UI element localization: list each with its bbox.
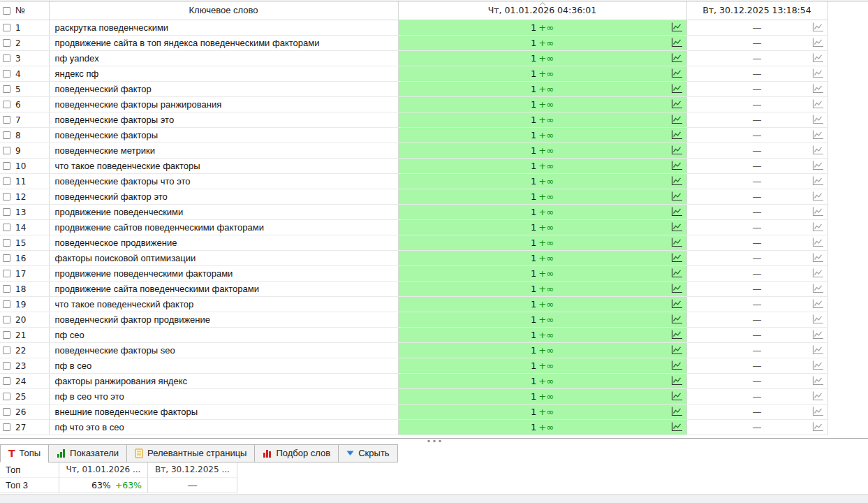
chart-line-icon[interactable] xyxy=(671,238,683,247)
position-cell-current[interactable]: 1+∞ xyxy=(398,143,686,158)
chart-line-icon[interactable] xyxy=(671,22,683,32)
summary-date-previous[interactable]: Вт, 30.12.2025 ... xyxy=(148,462,237,478)
keyword-cell[interactable]: поведенческие факторы что это xyxy=(49,173,398,189)
position-cell-current[interactable]: 1+∞ xyxy=(398,204,686,219)
chart-line-icon[interactable] xyxy=(812,422,824,432)
chart-line-icon[interactable] xyxy=(812,222,824,232)
row-checkbox[interactable] xyxy=(3,101,10,108)
position-cell-previous[interactable]: — xyxy=(686,50,827,66)
tab-word-selection[interactable]: Подбор слов xyxy=(254,444,338,462)
keyword-cell[interactable]: внешние поведенческие факторы xyxy=(49,404,398,419)
row-checkbox[interactable] xyxy=(3,377,10,385)
row-checkbox[interactable] xyxy=(3,70,10,78)
keyword-cell[interactable]: продвижение сайта в топ яндекса поведенч… xyxy=(49,35,398,50)
row-checkbox[interactable] xyxy=(3,147,10,154)
row-checkbox[interactable] xyxy=(3,177,10,185)
chart-line-icon[interactable] xyxy=(671,176,683,186)
position-cell-current[interactable]: 1+∞ xyxy=(398,173,686,189)
position-cell-current[interactable]: 1+∞ xyxy=(398,96,686,112)
position-cell-current[interactable]: 1+∞ xyxy=(398,296,686,312)
position-cell-previous[interactable]: — xyxy=(686,66,827,81)
position-cell-previous[interactable]: — xyxy=(686,250,827,265)
position-cell-current[interactable]: 1+∞ xyxy=(398,327,686,342)
chart-line-icon[interactable] xyxy=(812,84,824,94)
position-cell-current[interactable]: 1+∞ xyxy=(398,112,686,127)
position-cell-previous[interactable]: — xyxy=(686,235,827,250)
position-cell-current[interactable]: 1+∞ xyxy=(398,388,686,404)
chart-line-icon[interactable] xyxy=(812,176,824,186)
keyword-cell[interactable]: продвижение сайтов поведенческими фактор… xyxy=(49,219,398,235)
chart-line-icon[interactable] xyxy=(812,345,824,355)
keyword-cell[interactable]: поведенческий фактор xyxy=(49,81,398,96)
position-cell-previous[interactable]: — xyxy=(686,358,827,373)
position-cell-previous[interactable]: — xyxy=(686,296,827,312)
row-checkbox[interactable] xyxy=(3,131,10,139)
position-cell-previous[interactable]: — xyxy=(686,219,827,235)
chart-line-icon[interactable] xyxy=(671,84,683,94)
header-date-current-column[interactable]: Чт, 01.01.2026 04:36:01 xyxy=(398,1,686,20)
keyword-cell[interactable]: пф в сео xyxy=(49,358,398,373)
row-checkbox[interactable] xyxy=(3,285,10,293)
keyword-cell[interactable]: поведенческий фактор продвижение xyxy=(49,312,398,327)
chart-line-icon[interactable] xyxy=(812,130,824,140)
position-cell-current[interactable]: 1+∞ xyxy=(398,20,686,35)
position-cell-previous[interactable]: — xyxy=(686,388,827,404)
position-cell-previous[interactable]: — xyxy=(686,404,827,419)
keyword-cell[interactable]: факторы поисковой оптимизации xyxy=(49,250,398,265)
position-cell-current[interactable]: 1+∞ xyxy=(398,358,686,373)
chart-line-icon[interactable] xyxy=(812,145,824,155)
keyword-cell[interactable]: факторы ранжирования яндекс xyxy=(49,373,398,388)
chart-line-icon[interactable] xyxy=(671,268,683,278)
chart-line-icon[interactable] xyxy=(812,391,824,401)
row-checkbox[interactable] xyxy=(3,24,10,31)
chart-line-icon[interactable] xyxy=(671,38,683,48)
position-cell-previous[interactable]: — xyxy=(686,173,827,189)
chart-line-icon[interactable] xyxy=(671,314,683,324)
position-cell-current[interactable]: 1+∞ xyxy=(398,373,686,388)
chart-line-icon[interactable] xyxy=(671,99,683,109)
keyword-cell[interactable]: пф что это в сео xyxy=(49,419,398,435)
row-checkbox[interactable] xyxy=(3,316,10,323)
row-checkbox[interactable] xyxy=(3,193,10,201)
chart-line-icon[interactable] xyxy=(812,68,824,78)
position-cell-previous[interactable]: — xyxy=(686,143,827,158)
select-all-checkbox[interactable] xyxy=(3,7,10,15)
position-cell-previous[interactable]: — xyxy=(686,312,827,327)
position-cell-previous[interactable]: — xyxy=(686,419,827,435)
tab-tops[interactable]: T Топы xyxy=(0,444,48,462)
keyword-cell[interactable]: пф сео xyxy=(49,327,398,342)
position-cell-current[interactable]: 1+∞ xyxy=(398,50,686,66)
keyword-cell[interactable]: поведенческие факторы ранжирования xyxy=(49,96,398,112)
chart-line-icon[interactable] xyxy=(812,53,824,63)
chart-line-icon[interactable] xyxy=(671,191,683,201)
position-cell-current[interactable]: 1+∞ xyxy=(398,158,686,173)
chart-line-icon[interactable] xyxy=(812,38,824,48)
position-cell-current[interactable]: 1+∞ xyxy=(398,66,686,81)
position-cell-current[interactable]: 1+∞ xyxy=(398,250,686,265)
chart-line-icon[interactable] xyxy=(812,99,824,109)
keyword-cell[interactable]: поведенческие факторы seo xyxy=(49,342,398,358)
chart-line-icon[interactable] xyxy=(812,115,824,124)
chart-line-icon[interactable] xyxy=(812,314,824,324)
keyword-cell[interactable]: поведенческие факторы xyxy=(49,127,398,143)
tab-relevant-pages[interactable]: Релевантные страницы xyxy=(126,444,254,462)
position-cell-previous[interactable]: — xyxy=(686,127,827,143)
keyword-cell[interactable]: поведенческие факторы это xyxy=(49,112,398,127)
chart-line-icon[interactable] xyxy=(671,130,683,140)
chart-line-icon[interactable] xyxy=(812,161,824,170)
chart-line-icon[interactable] xyxy=(812,253,824,263)
chart-line-icon[interactable] xyxy=(671,207,683,217)
keyword-cell[interactable]: поведенческие метрики xyxy=(49,143,398,158)
panel-splitter[interactable] xyxy=(0,435,868,444)
header-date-previous-column[interactable]: Вт, 30.12.2025 13:18:54 xyxy=(686,1,827,20)
row-checkbox[interactable] xyxy=(3,208,10,216)
position-cell-current[interactable]: 1+∞ xyxy=(398,127,686,143)
position-cell-previous[interactable]: — xyxy=(686,20,827,35)
row-checkbox[interactable] xyxy=(3,224,10,231)
keyword-cell[interactable]: продвижение поведенческими факторами xyxy=(49,265,398,281)
chart-line-icon[interactable] xyxy=(812,299,824,309)
position-cell-current[interactable]: 1+∞ xyxy=(398,312,686,327)
chart-line-icon[interactable] xyxy=(671,299,683,309)
keyword-cell[interactable]: яндекс пф xyxy=(49,66,398,81)
chart-line-icon[interactable] xyxy=(812,360,824,370)
